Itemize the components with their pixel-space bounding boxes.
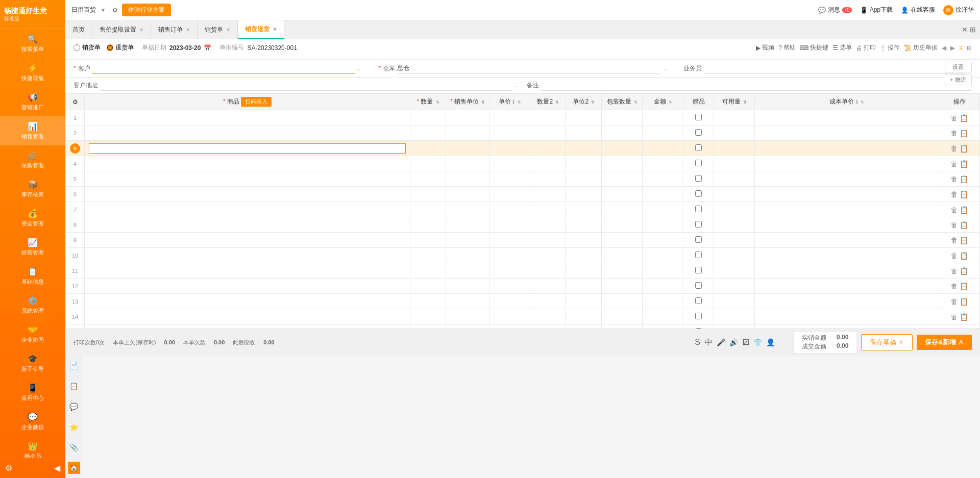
packqty-sort-arrows[interactable]: ⇅ xyxy=(634,100,638,105)
row-copy-button[interactable]: 📋 xyxy=(960,206,968,214)
settings-footer-icon[interactable]: ⚙ xyxy=(5,463,12,473)
row-delete-button[interactable]: 🗑 xyxy=(950,175,958,183)
row-cost-price-active[interactable] xyxy=(755,141,939,156)
tab-price-setting[interactable]: 售价提取设置 ✕ xyxy=(92,20,151,39)
col-settings[interactable]: ⚙ xyxy=(66,94,85,110)
online-service-item[interactable]: 👤 在线客服 xyxy=(901,6,935,14)
gift-checkbox-active[interactable] xyxy=(695,144,702,151)
toolbar-operate[interactable]: ⋮ 操作 xyxy=(880,43,900,52)
row-gift-active[interactable] xyxy=(683,141,714,156)
tab-price-setting-close[interactable]: ✕ xyxy=(139,27,143,33)
add-row-button[interactable]: + xyxy=(70,143,80,154)
row-available-active[interactable] xyxy=(714,141,755,156)
tool-voice[interactable]: 🔊 xyxy=(729,338,738,346)
address-input[interactable] xyxy=(100,80,511,91)
sidebar-item-sales[interactable]: 📊 销售管理 xyxy=(0,116,65,145)
row-sales-unit[interactable] xyxy=(446,125,489,141)
nav-next-icon[interactable]: ▶ xyxy=(950,44,955,52)
message-item[interactable]: 💬 消息 70 xyxy=(818,6,852,14)
amount-sort-arrows[interactable]: ⇅ xyxy=(669,100,672,105)
toolbar-help[interactable]: ? 帮助 xyxy=(778,43,796,52)
row-unit-price-active[interactable] xyxy=(489,141,530,156)
add-logistics-button[interactable]: + 物流 xyxy=(945,74,972,85)
save-draft-button[interactable]: 保存草稿 ∧ xyxy=(861,334,913,350)
row-unit2[interactable] xyxy=(566,110,602,125)
user-profile-item[interactable]: 徐 徐泽华 xyxy=(943,5,974,15)
tool-shirt[interactable]: 👕 xyxy=(753,338,762,346)
right-panel-attach-btn[interactable]: 📎 xyxy=(68,441,80,454)
right-panel-doc-btn[interactable]: 📄 xyxy=(68,360,80,372)
row-product[interactable] xyxy=(85,110,410,125)
row-copy-button[interactable]: 📋 xyxy=(960,175,968,183)
add-row-cell[interactable]: + xyxy=(66,141,85,156)
qty2-sort-arrows[interactable]: ⇅ xyxy=(555,100,559,105)
row-gift[interactable] xyxy=(683,125,714,141)
row-delete-button[interactable]: 🗑 xyxy=(950,297,958,306)
sidebar-item-member[interactable]: 👑 畅会员 xyxy=(0,436,65,458)
row-delete-button[interactable]: 🗑 xyxy=(950,160,958,168)
row-qty2-active[interactable] xyxy=(530,141,566,156)
tab-sales-return[interactable]: 销货退货 ✕ xyxy=(238,20,284,39)
row-amount[interactable] xyxy=(643,110,683,125)
row-product-active[interactable] xyxy=(85,141,410,156)
row-copy-button-active[interactable]: 📋 xyxy=(960,144,968,153)
row-gift[interactable] xyxy=(683,110,714,125)
right-panel-chat-btn[interactable]: 💬 xyxy=(68,400,80,413)
row-copy-button[interactable]: 📋 xyxy=(960,236,968,244)
row-copy-button[interactable]: 📋 xyxy=(960,251,968,260)
product-active-input[interactable] xyxy=(89,143,406,154)
gift-checkbox[interactable] xyxy=(695,114,702,120)
radio-return[interactable]: 退货单 xyxy=(107,43,134,52)
sidebar-item-operations[interactable]: 📈 经营管理 xyxy=(0,233,65,262)
row-copy-button[interactable]: 📋 xyxy=(960,129,968,137)
collapse-icon[interactable]: ◀ xyxy=(54,463,60,473)
row-copy-button[interactable]: 📋 xyxy=(960,328,968,329)
row-quantity[interactable] xyxy=(410,125,446,141)
calendar-icon[interactable]: 📅 xyxy=(204,44,211,52)
row-copy-button[interactable]: 📋 xyxy=(960,160,968,168)
row-delete-button[interactable]: 🗑 xyxy=(950,114,958,122)
toolbar-shortcut[interactable]: ⌨ 快捷键 xyxy=(800,43,828,52)
row-copy-button[interactable]: 📋 xyxy=(960,313,968,321)
row-product[interactable] xyxy=(85,125,410,141)
row-pack-qty[interactable] xyxy=(602,110,643,125)
warehouse-more-icon[interactable]: ... xyxy=(662,65,667,72)
toolbar-video[interactable]: ▶ 视频 xyxy=(756,43,774,52)
avail-sort-arrows[interactable]: ⇅ xyxy=(743,100,747,105)
row-delete-button[interactable]: 🗑 xyxy=(950,251,958,260)
radio-delivery-input[interactable] xyxy=(74,44,80,51)
tab-sales-order-close[interactable]: ✕ xyxy=(186,27,190,33)
row-delete-button[interactable]: 🗑 xyxy=(950,282,958,290)
row-unit-price[interactable] xyxy=(489,125,530,141)
row-copy-button[interactable]: 📋 xyxy=(960,221,968,229)
gift-checkbox[interactable] xyxy=(695,129,702,136)
row-cost-price[interactable] xyxy=(755,110,939,125)
nav-prev-icon[interactable]: ◀ xyxy=(942,44,946,52)
sidebar-item-marketing[interactable]: 📢 营销推广 xyxy=(0,87,65,116)
row-pack-qty[interactable] xyxy=(602,125,643,141)
customer-more-icon[interactable]: ... xyxy=(357,65,362,72)
row-cost-price[interactable] xyxy=(755,125,939,141)
row-copy-button[interactable]: 📋 xyxy=(960,114,968,122)
row-unit2-active[interactable] xyxy=(566,141,602,156)
view-list-icon[interactable]: ≡ xyxy=(959,44,963,52)
sidebar-item-inventory[interactable]: 📦 库存核算 xyxy=(0,174,65,204)
row-amount[interactable] xyxy=(643,125,683,141)
sidebar-item-newguide[interactable]: 🎓 新手引导 xyxy=(0,349,65,378)
tab-expand-button[interactable]: ⊞ xyxy=(970,26,976,34)
price-info-icon[interactable]: ℹ xyxy=(512,99,514,105)
row-copy-button[interactable]: 📋 xyxy=(960,282,968,290)
settings-action-button[interactable]: 设置 xyxy=(945,62,972,72)
tab-sales-delivery[interactable]: 销货单 ✕ xyxy=(198,20,238,39)
row-delete-button[interactable]: 🗑 xyxy=(950,267,958,275)
row-sales-unit-active[interactable] xyxy=(446,141,489,156)
row-delete-button[interactable]: 🗑 xyxy=(950,129,958,137)
row-amount-active[interactable] xyxy=(643,141,683,156)
row-sales-unit[interactable] xyxy=(446,110,489,125)
right-panel-home-btn[interactable]: 🏠 xyxy=(68,462,80,474)
qty-sort-arrows[interactable]: ⇅ xyxy=(436,100,439,105)
sidebar-item-apps[interactable]: 📱 应用中心 xyxy=(0,378,65,407)
row-quantity[interactable] xyxy=(410,110,446,125)
toolbar-print[interactable]: 🖨 打印 xyxy=(856,43,876,52)
tab-sales-delivery-close[interactable]: ✕ xyxy=(226,27,230,33)
